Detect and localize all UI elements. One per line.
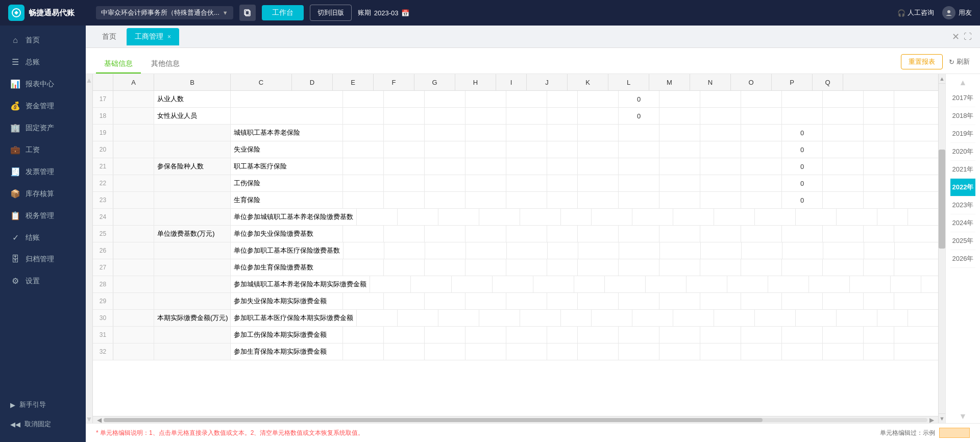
year-item[interactable]: 2017年 [950,89,976,107]
cell-O[interactable] [782,91,823,107]
maximize-icon[interactable]: ⛶ [964,32,972,41]
cell-E[interactable] [384,192,425,208]
cell-C[interactable]: 生育保险 [231,192,343,208]
cell-Q[interactable] [864,226,894,242]
cell-H[interactable] [506,108,547,124]
cell-A[interactable] [113,343,154,360]
cell-M[interactable] [700,226,741,242]
cell-J[interactable] [578,141,619,158]
switch-version-button[interactable]: 切到旧版 [310,5,352,21]
year-item[interactable]: 2025年 [950,232,976,250]
cell-H[interactable] [506,91,547,107]
cell-H[interactable] [520,209,561,225]
cell-N[interactable] [741,125,782,141]
cell-B[interactable] [154,209,231,225]
sidebar-item-ledger[interactable]: ☰ 总账 [0,51,86,73]
cell-O[interactable] [809,276,850,292]
cell-L[interactable] [660,242,701,259]
cell-C[interactable]: 参加工伤保险本期实际缴费金额 [231,327,343,343]
cell-M[interactable] [700,91,741,107]
cell-D[interactable] [343,226,384,242]
sidebar-item-invoice[interactable]: 🧾 发票管理 [0,161,86,183]
service-button[interactable]: 🎧 人工咨询 [897,8,934,17]
cell-N[interactable] [741,226,782,242]
cell-H[interactable] [506,192,547,208]
cell-G[interactable] [465,192,506,208]
cell-D[interactable] [344,242,384,259]
cell-O[interactable] [782,293,823,309]
cell-N[interactable] [741,327,782,343]
cell-L[interactable] [659,192,700,208]
cell-P[interactable] [823,327,864,343]
cell-Q[interactable] [864,327,894,343]
cell-B[interactable] [154,192,231,208]
cell-L[interactable] [659,343,700,360]
cell-G[interactable] [465,343,506,360]
cell-O[interactable] [782,259,823,276]
cell-M[interactable] [714,209,755,225]
cell-G[interactable] [466,242,507,259]
cell-I[interactable] [561,310,592,326]
cell-M[interactable] [700,327,741,343]
cell-N[interactable] [741,175,782,191]
sidebar-item-finance[interactable]: 💰 资金管理 [0,95,86,117]
cell-P[interactable] [823,158,864,175]
cell-A[interactable] [113,293,154,309]
year-item[interactable]: 2020年 [950,143,976,161]
cell-E[interactable] [384,293,425,309]
cell-C[interactable] [231,108,343,124]
cell-H[interactable] [520,310,561,326]
cell-G[interactable] [465,293,506,309]
cell-Q[interactable] [864,158,894,175]
cell-E[interactable] [384,158,425,175]
cell-A[interactable] [113,141,154,158]
cell-J[interactable] [578,226,619,242]
cell-B[interactable]: 本期实际缴费金额(万元) [154,310,231,326]
cell-O[interactable] [782,226,823,242]
cell-M[interactable] [714,310,755,326]
year-item[interactable]: 2026年 [950,250,976,268]
cell-E[interactable] [384,327,425,343]
cell-H[interactable] [506,175,547,191]
cell-J[interactable] [578,343,619,360]
cell-G[interactable] [465,158,506,175]
cell-M[interactable] [700,259,741,276]
cell-I[interactable] [547,293,578,309]
cell-F[interactable] [425,259,465,276]
workbench-button[interactable]: 工作台 [262,5,304,20]
sidebar-item-closing[interactable]: ✓ 结账 [0,227,86,249]
cell-F[interactable] [425,125,465,141]
cell-B[interactable]: 单位缴费基数(万元) [154,226,231,242]
horizontal-scrollbar[interactable]: ◀ ▶ [93,416,938,423]
cell-G[interactable] [465,175,506,191]
cell-L[interactable] [659,327,700,343]
sidebar-item-salary[interactable]: 💼 工资 [0,139,86,161]
cell-I[interactable] [548,242,578,259]
cell-P[interactable] [823,125,864,141]
sidebar-item-home[interactable]: ⌂ 首页 [0,30,86,51]
cell-A[interactable] [113,158,154,175]
cell-I[interactable] [547,158,578,175]
cell-B[interactable] [154,175,231,191]
cell-A[interactable] [113,91,154,107]
cell-Q[interactable] [864,259,894,276]
cell-B[interactable] [154,327,231,343]
tab-other-info[interactable]: 其他信息 [143,55,188,73]
tab-close-icon[interactable]: × [167,33,171,40]
cell-D[interactable] [357,310,398,326]
cell-P[interactable] [823,108,864,124]
cell-Q[interactable] [877,209,908,225]
sidebar-new-guide[interactable]: ▶ 新手引导 [0,395,86,414]
cell-M[interactable] [700,175,741,191]
year-item[interactable]: 2023年 [950,197,976,214]
cell-J[interactable] [578,108,619,124]
cell-K[interactable] [646,276,687,292]
cell-K[interactable] [619,343,659,360]
sidebar-item-archive[interactable]: 🗄 归档管理 [0,249,86,270]
cell-C[interactable]: 职工基本医疗保险 [231,158,343,175]
cell-G[interactable] [479,209,520,225]
cell-K[interactable] [632,310,673,326]
cell-B[interactable] [154,141,231,158]
cell-E[interactable] [384,141,425,158]
cell-E[interactable] [384,343,425,360]
